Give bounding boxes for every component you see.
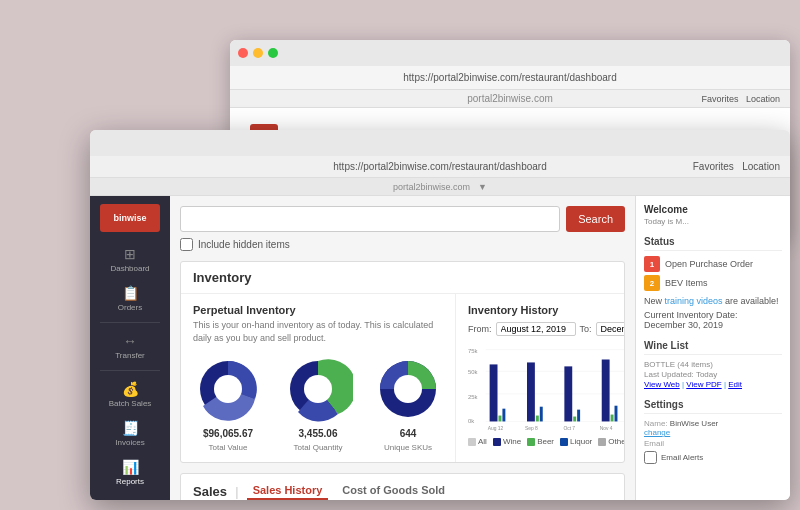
sidebar-item-reports[interactable]: 📊 Reports — [90, 453, 170, 492]
welcome-text: Welcome — [644, 204, 782, 215]
legend-dot-liquor — [560, 438, 568, 446]
sidebar-item-orders[interactable]: 📋 Orders — [90, 279, 170, 318]
from-label: From: — [468, 324, 492, 334]
settings-change-link[interactable]: change — [644, 428, 670, 437]
perpetual-title: Perpetual Inventory — [193, 304, 443, 316]
sidebar-item-transfer[interactable]: ↔ Transfer — [90, 327, 170, 366]
svg-text:0k: 0k — [468, 418, 474, 424]
legend-label-wine: Wine — [503, 437, 521, 446]
svg-text:25k: 25k — [468, 394, 478, 400]
fg-tab2: ▼ — [478, 182, 487, 192]
tab-sales-history[interactable]: Sales History — [247, 482, 329, 500]
status-title: Status — [644, 236, 782, 251]
maximize-icon[interactable] — [268, 48, 278, 58]
close-icon[interactable] — [238, 48, 248, 58]
legend-beer: Beer — [527, 437, 554, 446]
svg-point-3 — [304, 375, 332, 403]
search-input[interactable] — [180, 206, 560, 232]
settings-panel: Settings Name: BinWise User change Email… — [644, 399, 782, 464]
perpetual-inventory: Perpetual Inventory This is your on-hand… — [181, 294, 456, 462]
inventory-history: Inventory History From: To: Update — [456, 294, 625, 462]
inv-to-date[interactable] — [596, 322, 625, 336]
wine-links: View Web | View PDF | Edit — [644, 380, 782, 389]
pie3-value: 644 — [400, 428, 417, 439]
hidden-items-label: Include hidden items — [198, 239, 290, 250]
inventory-section-header: Inventory — [181, 262, 624, 294]
wine-list-title: Wine List — [644, 340, 782, 355]
pie-total-qty: 3,455.06 Total Quantity — [283, 354, 353, 452]
svg-rect-25 — [615, 406, 618, 422]
sidebar-label-reports: Reports — [116, 477, 144, 486]
pie2-value: 3,455.06 — [299, 428, 338, 439]
svg-rect-15 — [498, 416, 501, 422]
legend-wine: Wine — [493, 437, 521, 446]
svg-text:Oct 7: Oct 7 — [563, 426, 575, 431]
sidebar-item-dashboard[interactable]: ⊞ Dashboard — [90, 240, 170, 279]
transfer-icon: ↔ — [123, 333, 137, 349]
today-text: Today is M... — [644, 217, 782, 226]
fg-tab: portal2binwise.com — [393, 182, 470, 192]
minimize-icon[interactable] — [253, 48, 263, 58]
sidebar-item-invoices[interactable]: 🧾 Invoices — [90, 414, 170, 453]
settings-name-row: Name: BinWise User change — [644, 419, 782, 437]
settings-email-label: Email — [644, 439, 664, 448]
bar-chart-area: 75k 50k 25k 0k — [468, 344, 625, 434]
svg-rect-16 — [502, 409, 505, 422]
sales-header: Sales | Sales History Cost of Goods Sold — [181, 474, 624, 500]
sales-section: Sales | Sales History Cost of Goods Sold… — [180, 473, 625, 500]
svg-rect-14 — [490, 364, 498, 421]
to-label: To: — [580, 324, 592, 334]
sidebar-label-transfer: Transfer — [115, 351, 145, 360]
svg-rect-23 — [602, 360, 610, 422]
hidden-items-checkbox[interactable] — [180, 238, 193, 251]
legend-label-other: Other — [608, 437, 625, 446]
svg-rect-17 — [527, 362, 535, 421]
email-alerts-checkbox[interactable] — [644, 451, 657, 464]
legend-other: Other — [598, 437, 625, 446]
pie-total-value: $96,065.67 Total Value — [193, 354, 263, 452]
sidebar-label-dashboard: Dashboard — [110, 264, 149, 273]
orders-icon: 📋 — [122, 285, 139, 301]
legend-liquor: Liquor — [560, 437, 592, 446]
pie-chart-3 — [373, 354, 443, 424]
inventory-section: Inventory Perpetual Inventory This is yo… — [180, 261, 625, 463]
main-content: Search Include hidden items Inventory Pe… — [170, 196, 635, 500]
fg-favorites: Favorites Location — [693, 161, 780, 172]
legend-dot-beer — [527, 438, 535, 446]
pie-chart-1 — [193, 354, 263, 424]
view-web-link[interactable]: View Web — [644, 380, 680, 389]
legend-label-beer: Beer — [537, 437, 554, 446]
search-bar-row: Search — [180, 206, 625, 232]
history-title: Inventory History — [468, 304, 625, 316]
bg-favorites: Favorites Location — [701, 94, 780, 104]
fg-body: binwise ⊞ Dashboard 📋 Orders ↔ Transfer … — [90, 196, 790, 500]
batchsales-icon: 💰 — [122, 381, 139, 397]
settings-name-label: Name: — [644, 419, 668, 428]
status-text-1: Open Purchase Order — [665, 259, 753, 269]
email-alerts-label: Email Alerts — [661, 453, 703, 462]
training-link[interactable]: training videos — [665, 296, 723, 306]
sidebar-item-batchsales[interactable]: 💰 Batch Sales — [90, 375, 170, 414]
svg-point-1 — [214, 375, 242, 403]
search-button[interactable]: Search — [566, 206, 625, 232]
wine-bottle-detail: BOTTLE (44 items) — [644, 360, 782, 369]
pie-charts: $96,065.67 Total Value — [193, 354, 443, 452]
view-pdf-link[interactable]: View PDF — [686, 380, 721, 389]
status-item-1: 1 Open Purchase Order — [644, 256, 782, 272]
sidebar-label-batchsales: Batch Sales — [109, 399, 152, 408]
svg-text:Sep 8: Sep 8 — [525, 426, 538, 431]
svg-rect-19 — [540, 407, 543, 422]
status-item-2: 2 BEV Items — [644, 275, 782, 291]
hidden-items-row: Include hidden items — [180, 238, 625, 251]
legend-dot-other — [598, 438, 606, 446]
svg-rect-24 — [611, 415, 614, 422]
pie1-value: $96,065.67 — [203, 428, 253, 439]
sidebar-logo: binwise — [100, 204, 160, 232]
tab-cogs[interactable]: Cost of Goods Sold — [336, 482, 451, 500]
chart-legend: All Wine Beer — [468, 437, 625, 446]
perpetual-desc: This is your on-hand inventory as of tod… — [193, 319, 443, 344]
reports-nav-icon: 📊 — [122, 459, 139, 475]
inv-from-date[interactable] — [496, 322, 576, 336]
bg-url-text: https://portal2binwise.com/restaurant/da… — [403, 72, 616, 83]
edit-link[interactable]: Edit — [728, 380, 742, 389]
